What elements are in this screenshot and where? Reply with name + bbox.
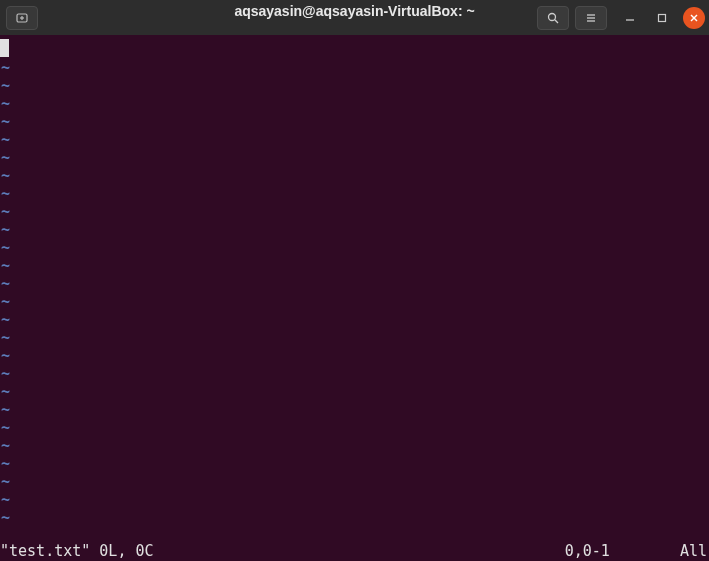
empty-line-tilde: ~ — [0, 329, 20, 347]
search-icon — [546, 11, 560, 25]
minimize-icon — [624, 12, 636, 24]
empty-line-tilde: ~ — [0, 185, 20, 203]
empty-line-tilde: ~ — [0, 347, 20, 365]
vim-status-bar: "test.txt" 0L, 0C 0,0-1 All — [0, 541, 709, 561]
empty-line-column: ~~~~~~~~~~~~~~~~~~~~~~~~~~ — [0, 59, 20, 541]
status-file-info: "test.txt" 0L, 0C — [0, 542, 154, 560]
maximize-icon — [656, 12, 668, 24]
empty-line-tilde: ~ — [0, 239, 20, 257]
menu-button[interactable] — [575, 6, 607, 30]
maximize-button[interactable] — [651, 7, 673, 29]
window-controls — [619, 7, 705, 29]
empty-line-tilde: ~ — [0, 365, 20, 383]
empty-line-tilde: ~ — [0, 473, 20, 491]
empty-line-tilde: ~ — [0, 401, 20, 419]
search-button[interactable] — [537, 6, 569, 30]
empty-line-tilde: ~ — [0, 437, 20, 455]
editor-viewport[interactable]: ~~~~~~~~~~~~~~~~~~~~~~~~~~ — [0, 35, 709, 541]
empty-line-tilde: ~ — [0, 257, 20, 275]
svg-point-3 — [549, 13, 556, 20]
empty-line-tilde: ~ — [0, 455, 20, 473]
empty-line-tilde: ~ — [0, 221, 20, 239]
empty-line-tilde: ~ — [0, 293, 20, 311]
empty-line-tilde: ~ — [0, 311, 20, 329]
empty-line-tilde: ~ — [0, 275, 20, 293]
window-titlebar: aqsayasin@aqsayasin-VirtualBox: ~ — [0, 0, 709, 35]
new-tab-button[interactable] — [6, 6, 38, 30]
status-scroll-indicator: All — [680, 542, 707, 560]
empty-line-tilde: ~ — [0, 419, 20, 437]
minimize-button[interactable] — [619, 7, 641, 29]
empty-line-tilde: ~ — [0, 77, 20, 95]
hamburger-icon — [584, 11, 598, 25]
empty-line-tilde: ~ — [0, 491, 20, 509]
new-tab-icon — [15, 11, 29, 25]
empty-line-tilde: ~ — [0, 509, 20, 527]
svg-line-4 — [555, 19, 558, 22]
titlebar-controls — [537, 6, 705, 30]
text-cursor — [0, 39, 9, 57]
empty-line-tilde: ~ — [0, 167, 20, 185]
close-icon — [689, 13, 699, 23]
empty-line-tilde: ~ — [0, 95, 20, 113]
close-button[interactable] — [683, 7, 705, 29]
empty-line-tilde: ~ — [0, 59, 20, 77]
empty-line-tilde: ~ — [0, 149, 20, 167]
window-title: aqsayasin@aqsayasin-VirtualBox: ~ — [234, 3, 474, 19]
empty-line-tilde: ~ — [0, 383, 20, 401]
empty-line-tilde: ~ — [0, 131, 20, 149]
svg-rect-9 — [659, 14, 666, 21]
empty-line-tilde: ~ — [0, 203, 20, 221]
status-cursor-position: 0,0-1 — [565, 542, 610, 560]
empty-line-tilde: ~ — [0, 113, 20, 131]
